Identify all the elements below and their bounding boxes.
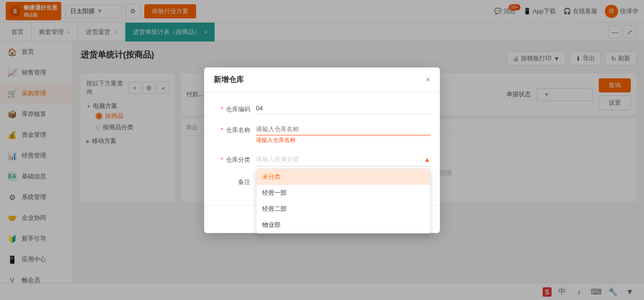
notes-field-label: 备注 [214,175,256,186]
chevron-up-icon: ▲ [424,156,430,163]
dropdown-item-property[interactable]: 物业部 [256,217,430,233]
category-select[interactable]: 请输入所属分类 ▲ [256,153,430,167]
modal-close-button[interactable]: × [425,75,430,85]
name-error-message: 请输入仓库名称 [256,136,430,144]
modal-body: * 仓库编码 * 仓库名称 请输入仓库名称 * [204,93,440,205]
name-field-label: * 仓库名称 [214,123,256,134]
code-field-label: * 仓库编码 [214,102,256,114]
required-star-code: * [221,106,223,113]
category-select-wrapper: 请输入所属分类 ▲ 未分类 经营一部 经营二部 物业部 [256,153,430,167]
dropdown-item-dept2[interactable]: 经营二部 [256,201,430,217]
form-row-code: * 仓库编码 [214,102,430,115]
modal-new-warehouse: 新增仓库 × * 仓库编码 * 仓库名称 请输入仓库名称 [204,67,440,233]
required-star-name: * [221,126,223,133]
modal-header: 新增仓库 × [204,67,440,93]
modal-overlay: 新增仓库 × * 仓库编码 * 仓库名称 请输入仓库名称 [0,0,644,300]
form-row-name: * 仓库名称 请输入仓库名称 [214,123,430,144]
category-dropdown: 未分类 经营一部 经营二部 物业部 [256,168,430,233]
dropdown-item-dept1[interactable]: 经营一部 [256,185,430,201]
name-field-wrapper: 请输入仓库名称 [256,123,430,144]
dropdown-item-unclassified[interactable]: 未分类 [256,169,430,185]
name-input[interactable] [256,123,430,135]
category-placeholder: 请输入所属分类 [256,155,299,164]
form-row-category: * 仓库分类 请输入所属分类 ▲ 未分类 经营一部 经营二部 物业部 [214,153,430,167]
required-star-category: * [221,156,223,163]
modal-title: 新增仓库 [214,75,244,85]
code-input[interactable] [256,102,430,115]
category-field-label: * 仓库分类 [214,153,256,164]
